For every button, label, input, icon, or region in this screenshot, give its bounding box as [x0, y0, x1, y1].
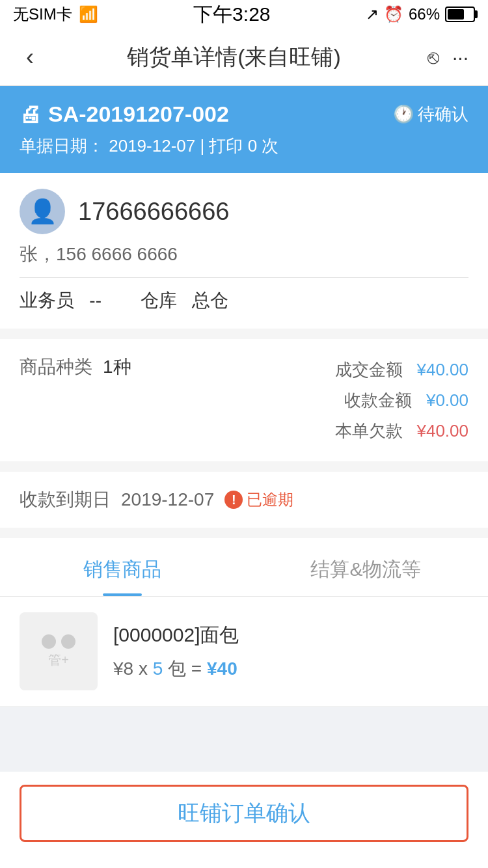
- wifi-icon: 📶: [79, 5, 98, 23]
- more-icon[interactable]: ···: [452, 46, 468, 68]
- tab-sales-products[interactable]: 销售商品: [0, 538, 244, 596]
- tab-sales-products-label: 销售商品: [83, 558, 161, 580]
- summary-left: 商品种类 1种: [20, 355, 131, 379]
- summary-section: 商品种类 1种 成交金额 ¥40.00 收款金额 ¥0.00 本单欠款 ¥40.…: [0, 339, 488, 461]
- battery-icon: [445, 7, 475, 22]
- customer-section: 👤 17666666666 张，156 6666 6666 业务员 -- 仓库 …: [0, 173, 488, 329]
- order-icon: 🖨: [20, 102, 42, 127]
- product-logo: 管+: [42, 634, 75, 669]
- customer-top: 👤 17666666666: [20, 189, 468, 234]
- confirm-order-button[interactable]: 旺铺订单确认: [20, 785, 468, 842]
- carrier-text: 无SIM卡: [13, 4, 72, 25]
- amount-row: 成交金额 ¥40.00: [335, 355, 468, 385]
- customer-avatar: 👤: [20, 189, 65, 234]
- summary-right: 成交金额 ¥40.00 收款金额 ¥0.00 本单欠款 ¥40.00: [335, 355, 468, 446]
- product-price: ¥8 x 5 包 = ¥40: [113, 657, 468, 681]
- customer-name: 张，156 6666 6666: [20, 242, 468, 267]
- owed-row: 本单欠款 ¥40.00: [335, 416, 468, 446]
- page-title: 销货单详情(来自旺铺): [127, 42, 341, 72]
- product-code: [0000002]: [113, 624, 200, 645]
- product-name: [0000002]面包: [113, 622, 468, 649]
- received-label: 收款金额: [344, 390, 412, 410]
- order-id: 🖨 SA-20191207-002: [20, 102, 229, 127]
- due-date-label: 收款到期日: [20, 487, 111, 512]
- location-icon: ↗: [366, 5, 379, 23]
- product-item: 管+ [0000002]面包 ¥8 x 5 包 = ¥40: [0, 597, 488, 707]
- back-button[interactable]: ‹: [20, 37, 40, 77]
- alarm-icon: ⏰: [384, 5, 403, 23]
- price-unit: ¥8: [113, 658, 133, 679]
- sales-label: 业务员: [20, 290, 74, 310]
- status-bar-left: 无SIM卡 📶: [13, 4, 98, 25]
- nav-actions: ⎋ ···: [427, 46, 468, 68]
- received-row: 收款金额 ¥0.00: [335, 385, 468, 416]
- share-icon[interactable]: ⎋: [427, 46, 439, 68]
- overdue-dot-icon: !: [224, 491, 243, 509]
- due-date-value: 2019-12-07: [121, 489, 214, 510]
- status-bar-time: 下午3:28: [193, 1, 270, 28]
- sales-info: 业务员 --: [20, 288, 102, 313]
- owed-label: 本单欠款: [335, 421, 403, 441]
- sales-value: --: [89, 290, 102, 310]
- tabs-section: 销售商品 结算&物流等 管+ [0000002]面包: [0, 538, 488, 707]
- order-print-info: | 打印 0 次: [200, 136, 278, 156]
- owl-eyes: [42, 634, 75, 649]
- owl-eye-left: [42, 634, 56, 649]
- owed-value: ¥40.00: [416, 421, 468, 441]
- avatar-icon: 👤: [28, 198, 57, 225]
- status-bar-right: ↗ ⏰ 66%: [366, 5, 475, 23]
- product-name-text: 面包: [200, 624, 239, 645]
- product-section: 管+ [0000002]面包 ¥8 x 5 包 = ¥40: [0, 597, 488, 707]
- confirm-button-wrapper: 旺铺订单确认: [0, 772, 488, 868]
- tab-settlement-label: 结算&物流等: [310, 558, 421, 580]
- order-status: 🕐 待确认: [393, 103, 468, 126]
- amount-value: ¥40.00: [416, 360, 468, 379]
- order-header: 🖨 SA-20191207-002 🕐 待确认 单据日期： 2019-12-07…: [0, 86, 488, 173]
- customer-phone: 17666666666: [78, 198, 229, 226]
- product-info: [0000002]面包 ¥8 x 5 包 = ¥40: [113, 622, 468, 681]
- product-qty: 5: [153, 658, 163, 679]
- order-date-label: 单据日期：: [20, 136, 104, 156]
- product-thumbnail: 管+: [20, 612, 98, 690]
- product-type-label: 商品种类: [20, 355, 92, 379]
- received-value: ¥0.00: [426, 390, 468, 410]
- confirm-button-label: 旺铺订单确认: [178, 798, 310, 828]
- owl-plus: 管+: [48, 651, 69, 669]
- equals-symbol: =: [191, 658, 202, 679]
- order-date-value: 2019-12-07: [109, 136, 195, 156]
- order-id-text: SA-20191207-002: [48, 102, 229, 127]
- nav-bar: ‹ 销货单详情(来自旺铺) ⎋ ···: [0, 29, 488, 86]
- order-status-text: 待确认: [418, 103, 468, 126]
- tab-settlement[interactable]: 结算&物流等: [244, 538, 488, 596]
- warehouse-value: 总仓: [192, 290, 228, 310]
- due-date-section: 收款到期日 2019-12-07 ! 已逾期: [0, 472, 488, 528]
- order-date-line: 单据日期： 2019-12-07 | 打印 0 次: [20, 135, 468, 157]
- overdue-badge: ! 已逾期: [224, 489, 293, 510]
- warehouse-info: 仓库 总仓: [141, 288, 228, 313]
- customer-meta: 业务员 -- 仓库 总仓: [20, 288, 468, 313]
- overdue-text: 已逾期: [247, 489, 293, 510]
- owl-eye-right: [61, 634, 75, 649]
- amount-label: 成交金额: [335, 360, 403, 379]
- tabs-header: 销售商品 结算&物流等: [0, 538, 488, 597]
- battery-fill: [448, 9, 464, 20]
- product-type-value: 1种: [103, 355, 131, 379]
- status-clock-icon: 🕐: [393, 104, 414, 124]
- order-header-top: 🖨 SA-20191207-002 🕐 待确认: [20, 102, 468, 127]
- status-bar: 无SIM卡 📶 下午3:28 ↗ ⏰ 66%: [0, 0, 488, 29]
- product-total: ¥40: [207, 658, 237, 679]
- battery-percent: 66%: [409, 5, 440, 23]
- multiply-symbol: x: [139, 658, 148, 679]
- warehouse-label: 仓库: [141, 290, 177, 310]
- product-unit: 包: [168, 658, 186, 679]
